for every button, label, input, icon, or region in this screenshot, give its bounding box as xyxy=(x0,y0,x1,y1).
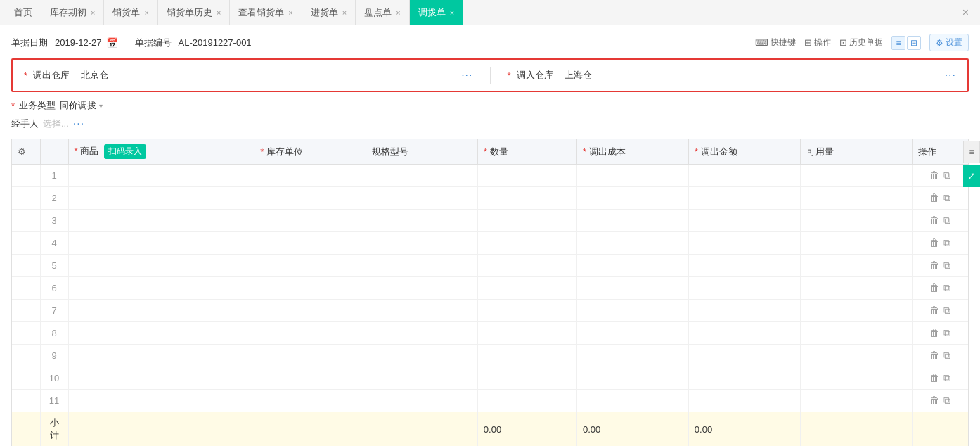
th-qty: * 数量 xyxy=(477,139,576,165)
grid-view-btn[interactable]: ⊟ xyxy=(907,36,921,50)
grid-icon: ⊞ xyxy=(804,37,812,48)
th-unit: * 库存单位 xyxy=(254,139,366,165)
handler-select[interactable]: 选择... xyxy=(43,117,69,130)
tab-close-transfer[interactable]: × xyxy=(450,8,454,17)
doc-number-field: 单据编号 AL-20191227-001 xyxy=(135,37,252,49)
table-row: 7🗑⧉ xyxy=(12,300,968,322)
handler-more[interactable]: ··· xyxy=(73,117,84,130)
table-row: 9🗑⧉ xyxy=(12,345,968,367)
settings-button[interactable]: ⚙ 设置 xyxy=(929,34,969,51)
copy-btn[interactable]: ⧉ xyxy=(943,192,950,203)
delete-btn[interactable]: 🗑 xyxy=(929,260,939,271)
business-type-row: * 业务类型 同价调拨 ▾ xyxy=(11,99,130,112)
th-amount: * 调出金额 xyxy=(688,139,800,165)
table-row: 2🗑⧉ xyxy=(12,187,968,210)
warehouse-divider xyxy=(490,67,491,84)
float-expand-btn[interactable]: ⤢ xyxy=(963,165,980,187)
business-type-star: * xyxy=(11,101,15,111)
th-settings[interactable]: ⚙ xyxy=(12,139,40,165)
delete-btn[interactable]: 🗑 xyxy=(929,237,939,248)
copy-btn[interactable]: ⧉ xyxy=(943,282,950,293)
subtotal-row: 小计 0.00 0.00 0.00 xyxy=(12,412,968,447)
subtotal-amount: 0.00 xyxy=(688,412,800,447)
history-btn[interactable]: ⊡ 历史单据 xyxy=(839,37,883,49)
float-list-btn[interactable]: ≡ xyxy=(963,141,980,163)
table-row: 3🗑⧉ xyxy=(12,210,968,232)
tab-close-sales-history[interactable]: × xyxy=(217,8,221,17)
main-content: 单据日期 2019-12-27 📅 单据编号 AL-20191227-001 ⌨… xyxy=(0,25,980,446)
tab-inventory-check[interactable]: 盘点单 × xyxy=(356,0,409,25)
tab-inventory-init[interactable]: 库存期初 × xyxy=(41,0,104,25)
warehouse-out-star: * xyxy=(24,70,27,81)
copy-btn[interactable]: ⧉ xyxy=(943,395,950,406)
tab-purchase[interactable]: 进货单 × xyxy=(302,0,356,25)
table-row: 4🗑⧉ xyxy=(12,232,968,255)
tab-close-view-sales[interactable]: × xyxy=(288,8,292,17)
tab-sales-order[interactable]: 销货单 × xyxy=(104,0,157,25)
tab-view-sales[interactable]: 查看销货单 × xyxy=(230,0,302,25)
copy-btn[interactable]: ⧉ xyxy=(943,305,950,316)
subtotal-label: 小计 xyxy=(40,412,68,447)
tab-transfer[interactable]: 调拨单 × xyxy=(410,0,463,25)
table-row: 1🗑⧉ xyxy=(12,165,968,187)
right-float-panel: ≡ ⤢ xyxy=(963,141,980,187)
table-header-row: ⚙ * 商品 扫码录入 * 库存单位 规格型号 xyxy=(12,139,968,165)
copy-btn[interactable]: ⧉ xyxy=(943,327,950,338)
toolbar-right: ⌨ 快捷键 ⊞ 操作 ⊡ 历史单据 ≡ ⊟ ⚙ 设置 xyxy=(755,34,969,51)
tab-close-inventory-init[interactable]: × xyxy=(91,8,95,17)
th-avail: 可用量 xyxy=(800,139,912,165)
delete-btn[interactable]: 🗑 xyxy=(929,372,939,383)
operations-btn[interactable]: ⊞ 操作 xyxy=(804,37,831,49)
warehouse-in-star: * xyxy=(508,70,511,81)
th-ops: 操作 xyxy=(912,139,968,165)
tab-close-inventory-check[interactable]: × xyxy=(396,8,400,17)
warehouse-out-more[interactable]: ··· xyxy=(461,69,472,82)
tab-close-sales-order[interactable]: × xyxy=(144,8,148,17)
warehouse-in-field: * 调入仓库 上海仓 ··· xyxy=(508,69,957,82)
table-row: 11🗑⧉ xyxy=(12,390,968,412)
list-float-icon: ≡ xyxy=(969,147,974,157)
delete-btn[interactable]: 🗑 xyxy=(929,170,939,181)
delete-btn[interactable]: 🗑 xyxy=(929,327,939,338)
transfer-table: ⚙ * 商品 扫码录入 * 库存单位 规格型号 xyxy=(12,139,968,446)
copy-btn[interactable]: ⧉ xyxy=(943,260,950,271)
list-view-btn[interactable]: ≡ xyxy=(891,36,905,50)
business-type-select[interactable]: 同价调拨 ▾ xyxy=(60,99,130,112)
grid2-icon: ⊟ xyxy=(910,38,917,48)
delete-btn[interactable]: 🗑 xyxy=(929,192,939,203)
history-icon: ⊡ xyxy=(839,37,847,48)
shortcuts-btn[interactable]: ⌨ 快捷键 xyxy=(755,37,796,49)
close-all-tabs[interactable]: × xyxy=(957,6,974,19)
warehouse-out-value: 北京仓 xyxy=(81,69,108,82)
product-star: * xyxy=(75,146,78,156)
delete-btn[interactable]: 🗑 xyxy=(929,215,939,226)
copy-btn[interactable]: ⧉ xyxy=(943,372,950,383)
table-row: 5🗑⧉ xyxy=(12,255,968,277)
gear-icon: ⚙ xyxy=(18,146,26,157)
cost-star: * xyxy=(583,146,586,157)
table-row: 10🗑⧉ xyxy=(12,367,968,390)
subtotal-cost: 0.00 xyxy=(577,412,689,447)
warehouse-in-more[interactable]: ··· xyxy=(945,69,956,82)
tab-close-purchase[interactable]: × xyxy=(342,8,347,17)
date-field: 单据日期 2019-12-27 📅 xyxy=(11,37,118,49)
table-container: ⚙ * 商品 扫码录入 * 库存单位 规格型号 xyxy=(11,139,969,446)
amount-star: * xyxy=(695,146,698,157)
delete-btn[interactable]: 🗑 xyxy=(929,350,939,361)
copy-btn[interactable]: ⧉ xyxy=(943,170,950,181)
tab-sales-history[interactable]: 销货单历史 × xyxy=(158,0,230,25)
th-spec: 规格型号 xyxy=(366,139,478,165)
warehouse-section: * 调出仓库 北京仓 ··· * 调入仓库 上海仓 ··· xyxy=(24,67,956,84)
tab-bar: 首页 库存期初 × 销货单 × 销货单历史 × 查看销货单 × 进货单 × 盘点… xyxy=(0,0,980,25)
copy-btn[interactable]: ⧉ xyxy=(943,237,950,248)
copy-btn[interactable]: ⧉ xyxy=(943,350,950,361)
scan-button[interactable]: 扫码录入 xyxy=(104,144,146,159)
delete-btn[interactable]: 🗑 xyxy=(929,305,939,316)
copy-btn[interactable]: ⧉ xyxy=(943,215,950,226)
th-cost: * 调出成本 xyxy=(577,139,689,165)
th-product: * 商品 扫码录入 xyxy=(68,139,254,165)
tab-home[interactable]: 首页 xyxy=(6,0,41,25)
calendar-icon[interactable]: 📅 xyxy=(106,37,118,49)
delete-btn[interactable]: 🗑 xyxy=(929,395,939,406)
delete-btn[interactable]: 🗑 xyxy=(929,282,939,293)
